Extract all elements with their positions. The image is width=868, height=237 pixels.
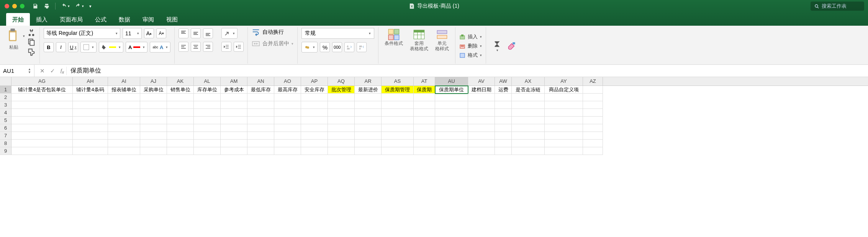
row-header[interactable]: 8	[0, 140, 11, 147]
cell[interactable]	[221, 117, 247, 124]
undo-icon[interactable]: ▾	[61, 3, 70, 9]
borders-button[interactable]	[80, 42, 97, 53]
cell[interactable]	[583, 124, 603, 132]
cell[interactable]	[221, 140, 247, 147]
column-header[interactable]: AL	[194, 77, 221, 86]
cell[interactable]	[301, 124, 328, 132]
cell[interactable]	[545, 147, 583, 155]
cell[interactable]	[495, 124, 512, 132]
cell[interactable]	[328, 124, 355, 132]
column-header[interactable]: AO	[274, 77, 301, 86]
cell[interactable]: 建档日期	[468, 86, 495, 94]
cell[interactable]	[194, 117, 221, 124]
decrease-font-button[interactable]: A▾	[156, 28, 166, 38]
cell[interactable]	[328, 109, 355, 117]
cell[interactable]	[247, 124, 274, 132]
cell[interactable]	[382, 124, 414, 132]
align-center-button[interactable]	[191, 42, 201, 52]
column-header[interactable]: AZ	[583, 77, 603, 86]
cell[interactable]	[583, 147, 603, 155]
cell[interactable]	[11, 94, 73, 101]
cell[interactable]	[468, 147, 495, 155]
cell[interactable]	[108, 109, 140, 117]
spreadsheet-grid[interactable]: AGAHAIAJAKALAMANAOAPAQARASATAUAVAWAXAYAZ…	[0, 77, 868, 155]
format-cells-button[interactable]: 格式▾	[459, 52, 482, 59]
cell[interactable]	[414, 132, 435, 140]
column-header[interactable]: AK	[167, 77, 194, 86]
column-header[interactable]: AP	[301, 77, 328, 86]
align-left-button[interactable]	[179, 42, 188, 52]
cell[interactable]	[247, 132, 274, 140]
cell[interactable]	[221, 109, 247, 117]
cell[interactable]	[545, 109, 583, 117]
increase-font-button[interactable]: A▴	[144, 28, 154, 38]
cell[interactable]	[140, 140, 167, 147]
tab-数据[interactable]: 数据	[113, 13, 136, 26]
cell[interactable]	[583, 140, 603, 147]
paste-button[interactable]	[7, 28, 21, 43]
cell[interactable]	[583, 109, 603, 117]
cell[interactable]: 辅计量4是否包装单位	[11, 86, 73, 94]
column-header[interactable]: AI	[108, 77, 140, 86]
accept-formula-button[interactable]: ✓	[50, 67, 55, 74]
cell[interactable]: 运费	[495, 86, 512, 94]
conditional-format-button[interactable]: 条件格式	[382, 28, 405, 46]
cell[interactable]	[247, 94, 274, 101]
column-header[interactable]: AG	[11, 77, 73, 86]
column-header[interactable]: AN	[247, 77, 274, 86]
copy-icon[interactable]	[27, 38, 36, 46]
cell[interactable]	[73, 147, 108, 155]
cell[interactable]	[11, 140, 73, 147]
autosum-button[interactable]: ▾	[490, 40, 504, 52]
cell[interactable]	[221, 101, 247, 109]
fx-icon[interactable]: fx	[61, 67, 64, 74]
cell[interactable]	[301, 132, 328, 140]
row-header[interactable]: 3	[0, 101, 11, 109]
cell[interactable]	[328, 101, 355, 109]
cell[interactable]: 是否走冻链	[512, 86, 545, 94]
cell[interactable]: 最新进价	[355, 86, 382, 94]
cut-icon[interactable]	[27, 28, 36, 36]
cell[interactable]	[108, 147, 140, 155]
cell[interactable]	[11, 132, 73, 140]
cell[interactable]: 保质期单位	[435, 86, 468, 94]
cell[interactable]	[73, 109, 108, 117]
cell[interactable]	[73, 132, 108, 140]
cell[interactable]: 保质期	[414, 86, 435, 94]
cell[interactable]	[194, 140, 221, 147]
cell[interactable]	[355, 147, 382, 155]
column-header[interactable]: AU	[435, 77, 468, 86]
decrease-indent-button[interactable]	[221, 42, 231, 52]
column-header[interactable]: AV	[468, 77, 495, 86]
cell[interactable]	[274, 132, 301, 140]
column-header[interactable]: AX	[512, 77, 545, 86]
format-table-button[interactable]: 套用表格格式	[408, 28, 431, 52]
cell[interactable]	[414, 117, 435, 124]
cell[interactable]	[140, 117, 167, 124]
row-header[interactable]: 9	[0, 147, 11, 155]
font-name-select[interactable]: 等线 Regular (正文)▾	[44, 28, 120, 39]
cell[interactable]: 最高库存	[274, 86, 301, 94]
cell[interactable]	[73, 140, 108, 147]
cell[interactable]	[512, 140, 545, 147]
cell[interactable]	[468, 124, 495, 132]
row-header[interactable]: 2	[0, 94, 11, 101]
align-middle-button[interactable]	[191, 28, 201, 38]
cell[interactable]	[495, 147, 512, 155]
cell[interactable]	[435, 124, 468, 132]
bold-button[interactable]: B	[44, 42, 54, 52]
cell[interactable]	[328, 147, 355, 155]
align-right-button[interactable]	[203, 42, 213, 52]
cell[interactable]	[274, 117, 301, 124]
cell[interactable]	[301, 101, 328, 109]
cell[interactable]	[468, 94, 495, 101]
cell[interactable]	[545, 124, 583, 132]
cell[interactable]	[512, 101, 545, 109]
cell[interactable]	[108, 94, 140, 101]
cell[interactable]	[140, 132, 167, 140]
cell[interactable]	[221, 94, 247, 101]
cell[interactable]	[140, 101, 167, 109]
cell[interactable]	[328, 117, 355, 124]
cell[interactable]	[221, 132, 247, 140]
format-painter-icon[interactable]	[27, 48, 36, 56]
